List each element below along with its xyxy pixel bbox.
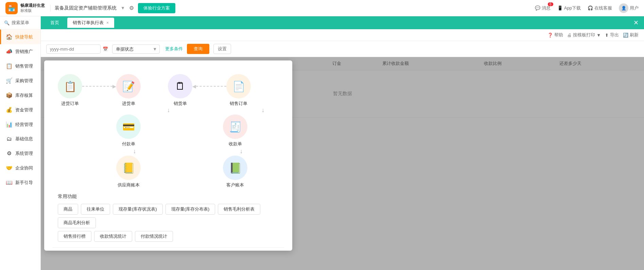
flow-node-sales-order[interactable]: 📄 销售订单 <box>226 74 251 107</box>
user-item[interactable]: 👤 用户 <box>619 3 639 13</box>
func-btn-payment-stats[interactable]: 付款情况统计 <box>135 231 173 242</box>
filter-bar: 📅 单据状态 ▼ 更多条件 查询 设置 <box>41 41 644 57</box>
system-title: 装备及固定资产辅助管理系统 <box>55 5 117 11</box>
inventory-icon: 📦 <box>6 92 13 98</box>
sales-bill-icon: 🗒 <box>175 80 185 92</box>
sidebar-item-quick-nav[interactable]: 🏠 快捷导航 <box>0 30 40 44</box>
scroll-right-arrow[interactable]: ▶ <box>273 250 279 251</box>
flow-row-5: 📒 供应商账本 📗 客户账本 <box>58 156 279 188</box>
chevron-down-icon: ▼ <box>596 33 601 38</box>
sidebar-item-enterprise[interactable]: 🤝 企业协同 <box>0 161 40 175</box>
purchase-order-circle: 📋 <box>58 74 82 98</box>
refresh-btn[interactable]: 🔄 刷新 <box>623 32 639 38</box>
tab-close-icon[interactable]: × <box>106 20 109 25</box>
tab-home[interactable]: 首页 <box>43 16 66 29</box>
flow-node-purchase-order[interactable]: 📋 进货订单 <box>58 74 82 107</box>
toolbar-right: ❓ 帮助 🖨 按模板打印 ▼ ⬆ 导出 🔄 刷新 <box>547 32 639 38</box>
beginner-icon: 📖 <box>6 179 13 186</box>
settings-icon[interactable]: ⚙ <box>129 5 134 11</box>
help-btn[interactable]: ❓ 帮助 <box>547 32 563 38</box>
func-btn-inventory-status[interactable]: 现存量(库存状况表) <box>113 204 163 215</box>
sidebar-item-label: 快捷导航 <box>15 34 33 40</box>
tab-label: 销售订单执行表 <box>73 20 104 26</box>
operations-icon: 📊 <box>6 121 13 128</box>
purchase-bill-icon: 📝 <box>122 80 135 92</box>
tab-sales-order[interactable]: 销售订单执行表 × <box>67 18 114 28</box>
date-start-input[interactable] <box>46 44 101 54</box>
message-item[interactable]: 💬 消息 6 <box>535 5 551 11</box>
sidebar-item-sales[interactable]: 📋 销售管理 <box>0 59 40 73</box>
print-icon: 🖨 <box>567 33 572 38</box>
modal-overlay[interactable]: 📋 进货订单 ▶ <box>41 57 644 270</box>
online-service-item[interactable]: 🎧 在线客服 <box>588 5 612 11</box>
avatar: 👤 <box>619 3 628 13</box>
customer-ledger-label: 客户账本 <box>226 182 244 188</box>
func-btn-sales-ranking[interactable]: 销售排行榜 <box>58 231 91 242</box>
func-btn-inventory-dist[interactable]: 现存量(库存分布表) <box>166 204 215 215</box>
sidebar-item-label: 销售管理 <box>15 63 33 69</box>
sidebar-item-marketing[interactable]: 📣 营销推广 <box>0 44 40 59</box>
sidebar-item-finance[interactable]: 💰 资金管理 <box>0 103 40 117</box>
export-icon: ⬆ <box>605 33 609 38</box>
experience-btn[interactable]: 体验行业方案 <box>138 3 175 13</box>
payment-circle: 💳 <box>116 114 141 139</box>
flow-node-customer-ledger[interactable]: 📗 客户账本 <box>223 156 247 188</box>
func-btn-product-margin[interactable]: 商品毛利分析 <box>58 217 96 228</box>
func-grid: 商品 往来单位 现存量(库存状况表) 现存量(库存分布表) 销售毛利分析表 商品… <box>58 204 279 228</box>
tab-bar: 首页 销售订单执行表 × ✕ <box>41 16 644 29</box>
system-icon: ⚙ <box>6 150 13 157</box>
down-arrow-receipt: ↓ <box>235 148 247 155</box>
setting-btn[interactable]: 设置 <box>213 44 231 54</box>
modal: 📋 进货订单 ▶ <box>44 60 292 251</box>
func-btn-product[interactable]: 商品 <box>58 204 78 215</box>
purchase-order-label: 进货订单 <box>61 101 79 107</box>
common-functions: 常用功能 商品 往来单位 现存量(库存状况表) 现存量(库存分布表) 销售毛利分… <box>52 194 284 242</box>
purchase-icon: 🛒 <box>6 77 13 84</box>
flow-row-1: 📋 进货订单 ▶ <box>58 74 279 107</box>
scroll-left-arrow[interactable]: ◀ <box>58 250 63 251</box>
func-btn-sales-analysis[interactable]: 销售毛利分析表 <box>218 204 260 215</box>
func-btn-partner[interactable]: 往来单位 <box>81 204 110 215</box>
sidebar-item-label: 采购管理 <box>15 78 33 84</box>
calendar-icon: 📅 <box>103 47 108 52</box>
sidebar-item-label: 基础信息 <box>15 136 33 142</box>
func-btn-receipt-stats[interactable]: 收款情况统计 <box>94 231 132 242</box>
sidebar-item-inventory[interactable]: 📦 库存核算 <box>0 88 40 103</box>
modal-scrollbar[interactable]: ◀ ▶ <box>52 247 284 251</box>
more-conditions-btn[interactable]: 更多条件 <box>165 46 183 52</box>
supplier-ledger-circle: 📒 <box>116 156 141 180</box>
flow-node-receipt[interactable]: 🧾 收款单 <box>223 114 247 147</box>
flow-diagram-container: 📋 进货订单 ▶ <box>52 69 284 191</box>
flow-node-supplier-ledger[interactable]: 📒 供应商账本 <box>116 156 141 188</box>
dropdown-icon[interactable]: ▼ <box>121 5 125 11</box>
sidebar-item-label: 库存核算 <box>15 92 33 98</box>
app-download-item[interactable]: 📱 App下载 <box>557 5 581 11</box>
flow-node-payment[interactable]: 💳 付款单 <box>116 114 141 147</box>
message-icon: 💬 <box>535 5 540 11</box>
window-close-btn[interactable]: ✕ <box>631 19 641 26</box>
finance-icon: 💰 <box>6 107 13 113</box>
common-title: 常用功能 <box>58 194 279 200</box>
sidebar-item-operations[interactable]: 📊 经营管理 <box>0 117 40 132</box>
flow-row-2-arrows: ↓ ↓ <box>58 107 279 114</box>
sidebar-item-label: 经营管理 <box>15 122 33 128</box>
flow-node-purchase-bill[interactable]: 📝 进货单 <box>116 74 141 107</box>
home-icon: 🏠 <box>6 34 13 40</box>
export-btn[interactable]: ⬆ 导出 <box>605 32 619 38</box>
sidebar-item-basic-info[interactable]: 🗂 基础信息 <box>0 132 40 146</box>
sidebar-item-beginner[interactable]: 📖 新手引导 <box>0 175 40 190</box>
arrow-h2: ◀ <box>192 84 226 89</box>
flow-node-sales-bill[interactable]: 🗒 销货单 <box>168 74 192 107</box>
receipt-label: 收款单 <box>229 141 242 147</box>
filter-date-range: 📅 <box>46 44 108 54</box>
down-arrow-purchase: ↓ <box>162 107 175 114</box>
func-grid-2: 销售排行榜 收款情况统计 付款情况统计 <box>58 231 279 242</box>
template-print-btn[interactable]: 🖨 按模板打印 ▼ <box>567 32 601 38</box>
status-select[interactable]: 单据状态 <box>112 44 160 54</box>
sidebar-item-system[interactable]: ⚙ 系统管理 <box>0 146 40 161</box>
sidebar-item-purchase[interactable]: 🛒 采购管理 <box>0 73 40 88</box>
top-bar: 🏪 畅康通好生意 标准版 装备及固定资产辅助管理系统 ▼ ⚙ 体验行业方案 💬 … <box>0 0 644 16</box>
sidebar-search[interactable]: 🔍 搜索菜单 <box>0 16 40 30</box>
marketing-icon: 📣 <box>6 48 13 55</box>
query-btn[interactable]: 查询 <box>187 44 209 54</box>
